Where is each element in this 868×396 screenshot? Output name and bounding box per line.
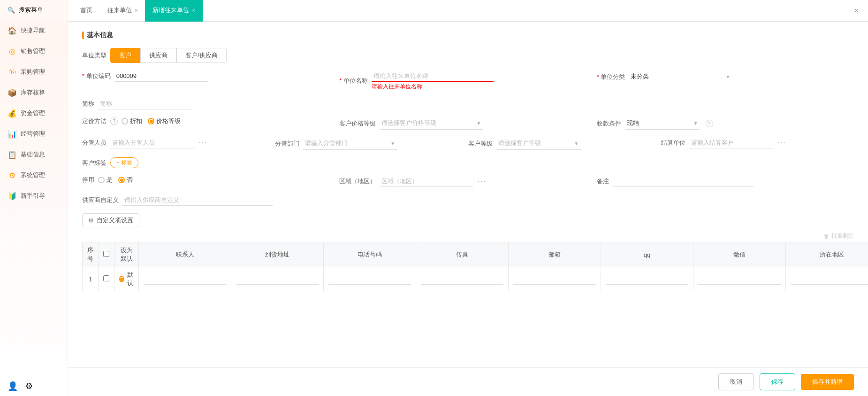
pricing-discount-radio[interactable]	[122, 118, 128, 124]
disabled-no-radio[interactable]	[118, 177, 125, 183]
row-contact	[139, 267, 231, 291]
row-wechat-input[interactable]	[698, 273, 781, 285]
cancel-button[interactable]: 取消	[718, 373, 754, 390]
tab-home[interactable]: 首页	[73, 0, 100, 22]
supplier-custom-input[interactable]	[122, 194, 273, 206]
row-fax-input[interactable]	[421, 273, 503, 285]
sidebar-item-sales[interactable]: ◎ 销售管理	[0, 41, 68, 62]
disabled-radio-group: 是 否	[98, 176, 133, 184]
tab-new-partner-close[interactable]: ×	[192, 8, 195, 13]
sidebar-item-purchase[interactable]: 🛍 采购管理	[0, 62, 68, 82]
save-add-button[interactable]: 保存并新增	[801, 374, 854, 390]
region-input[interactable]	[380, 176, 473, 187]
department-select[interactable]: 请输入分管部门 ▼	[303, 137, 397, 150]
disabled-yes-radio[interactable]	[98, 177, 105, 183]
sidebar-item-inventory[interactable]: 📦 库存核算	[0, 82, 68, 103]
payment-terms-label: 收款条件	[597, 119, 621, 128]
customer-level-select[interactable]: 请选择客户等级 ▼	[496, 137, 581, 150]
row-default-radio[interactable]	[119, 276, 124, 282]
operations-icon: 📊	[8, 129, 17, 139]
pricing-method-field: 定价方法 ? 折扣 价格等级	[82, 117, 339, 125]
unit-code-input[interactable]	[114, 70, 208, 82]
unit-type-both[interactable]: 客户/供应商	[176, 48, 227, 63]
purchase-icon: 🛍	[8, 67, 17, 77]
tab-partners-label: 往来单位	[107, 6, 132, 15]
remarks-label: 备注	[597, 177, 609, 186]
basic-info-icon: 📋	[8, 150, 17, 159]
row-contact-input[interactable]	[144, 273, 226, 285]
row-address-input[interactable]	[236, 273, 319, 285]
manager-input[interactable]	[110, 137, 195, 148]
sidebar-item-basic-info[interactable]: 📋 基础信息	[0, 144, 68, 165]
section-basic-info: 基本信息	[82, 31, 854, 39]
region-more-btn[interactable]: ···	[477, 177, 486, 186]
pricing-level-radio[interactable]	[148, 118, 154, 124]
short-name-input[interactable]	[98, 98, 192, 109]
row-default: 默认	[114, 267, 139, 291]
row-select-checkbox[interactable]	[103, 275, 109, 281]
tab-new-partner[interactable]: 新增往来单位 ×	[145, 0, 202, 22]
department-label: 分管部门	[275, 140, 299, 148]
row-email-input[interactable]	[513, 273, 596, 285]
settlement-more-btn[interactable]: ···	[777, 139, 786, 147]
region-label: 区域（地区）	[339, 177, 376, 186]
pricing-level-option[interactable]: 价格等级	[148, 117, 181, 125]
pricing-help-icon[interactable]: ?	[110, 117, 118, 125]
row-code-name-cat: 单位编码 单位名称 请输入往来单位名称 单位分类 未分类 ▼	[82, 70, 854, 91]
row-phone-input[interactable]	[328, 273, 411, 285]
finance-icon: 💰	[8, 109, 17, 118]
sidebar-item-quick-nav[interactable]: 🏠 快捷导航	[0, 20, 68, 41]
sidebar-item-guide[interactable]: 🔰 新手引导	[0, 186, 68, 206]
disabled-yes-option[interactable]: 是	[98, 176, 113, 184]
tabbar: 首页 往来单位 × 新增往来单位 × ×	[68, 0, 868, 22]
batch-delete-label[interactable]: 批量删除	[831, 232, 854, 240]
remarks-input[interactable]	[613, 176, 754, 187]
row-default-label: 默认	[126, 271, 134, 287]
select-all-checkbox[interactable]	[103, 251, 109, 257]
disabled-field: 停用 是 否	[82, 176, 339, 184]
payment-terms-select[interactable]: 现结 ▼	[625, 117, 700, 130]
tab-home-label: 首页	[80, 6, 92, 15]
col-qq: qq	[601, 242, 693, 267]
unit-name-input-wrapper: 请输入往来单位名称	[372, 70, 597, 91]
sidebar-item-label: 系统管理	[21, 171, 45, 179]
sidebar-item-finance[interactable]: 💰 资金管理	[0, 103, 68, 124]
tab-partners[interactable]: 往来单位 ×	[100, 0, 145, 22]
unit-name-input[interactable]	[372, 70, 494, 82]
unit-category-select[interactable]: 未分类 ▼	[629, 70, 732, 83]
row-qq-input[interactable]	[606, 273, 688, 285]
customer-price-level-select[interactable]: 请选择客户价格等级 ▼	[380, 117, 483, 130]
sidebar-item-operations[interactable]: 📊 经营管理	[0, 124, 68, 144]
unit-type-supplier[interactable]: 供应商	[140, 48, 176, 63]
window-close-button[interactable]: ×	[854, 7, 863, 15]
col-address: 到货地址	[231, 242, 324, 267]
add-tag-button[interactable]: + 标签	[110, 157, 138, 168]
disabled-label: 停用	[82, 176, 94, 184]
unit-type-label: 单位类型	[82, 51, 107, 60]
settlement-unit-input[interactable]	[689, 137, 774, 148]
table-header: 序号 设为默认 联系人 到货地址 电话号码 传真 邮箱 qq 微信 所在地区 操…	[83, 242, 868, 267]
unit-type-customer[interactable]: 客户	[110, 48, 140, 63]
chevron-down-icon: ▼	[725, 74, 730, 79]
customer-price-level-placeholder: 请选择客户价格等级	[381, 119, 474, 127]
sidebar-item-system[interactable]: ⚙ 系统管理	[0, 165, 68, 186]
save-button[interactable]: 保存	[760, 373, 795, 390]
payment-help-icon[interactable]: ?	[706, 120, 713, 127]
customer-price-level-label: 客户价格等级	[339, 119, 376, 128]
custom-settings-button[interactable]: ⚙ 自定义项设置	[82, 213, 139, 227]
row-default-radio-item[interactable]: 默认	[119, 271, 134, 287]
sidebar-item-label: 新手引导	[21, 192, 45, 200]
table-row: 1 默认	[83, 267, 868, 291]
contacts-table: 序号 设为默认 联系人 到货地址 电话号码 传真 邮箱 qq 微信 所在地区 操…	[82, 242, 868, 291]
tab-partners-close[interactable]: ×	[135, 8, 137, 13]
guide-icon: 🔰	[8, 191, 17, 201]
sidebar-search[interactable]: 🔍 搜索菜单	[0, 0, 68, 20]
manager-field: 分管人员 ···	[82, 137, 275, 148]
search-icon: 🔍	[8, 7, 15, 14]
manager-more-btn[interactable]: ···	[198, 139, 207, 147]
row-region-input[interactable]	[791, 273, 868, 285]
pricing-discount-option[interactable]: 折扣	[122, 117, 142, 125]
disabled-no-option[interactable]: 否	[118, 176, 133, 184]
col-region: 所在地区	[786, 242, 868, 267]
sidebar-user-icon: 👤	[8, 381, 18, 391]
